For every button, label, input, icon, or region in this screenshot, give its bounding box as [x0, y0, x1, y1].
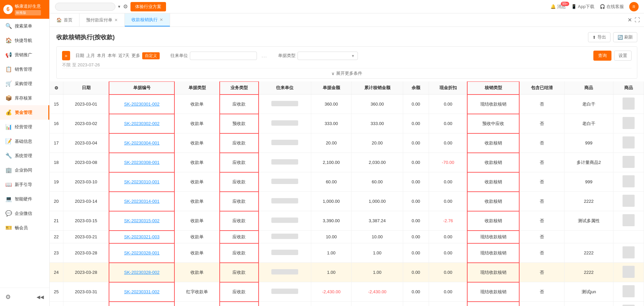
cell-discount: 0.00: [429, 302, 467, 306]
col-settings[interactable]: ⚙: [50, 81, 63, 95]
date-custom-button[interactable]: 自定义: [142, 52, 160, 59]
refresh-button[interactable]: 🔄 刷新: [613, 32, 637, 42]
cell-verified: 60.00: [352, 172, 403, 192]
cell-date: 2023-03-28: [63, 263, 109, 282]
sidebar-item-inventory[interactable]: 📦 库存核算: [0, 91, 49, 105]
sidebar-item-corp[interactable]: 🏢 企业协同: [0, 163, 49, 177]
doc-link[interactable]: SK-20230310-001: [124, 179, 160, 184]
topbar-right: 🔔 99+ 消息 📱 App下载 🎧 在线客服 R: [550, 2, 639, 11]
cell-biztype: 预收款: [220, 302, 258, 306]
cell-partner: [259, 231, 311, 243]
sidebar-item-finance[interactable]: 💰 资金管理: [0, 105, 49, 120]
sidebar-item-purchase[interactable]: 🛒 采购管理: [0, 76, 49, 91]
cell-verifytype: 预收中应收: [467, 114, 519, 133]
tab-home-label: 首页: [64, 17, 72, 23]
dropdown-icon[interactable]: ▾: [118, 4, 120, 9]
cell-goods1: 测试多属性: [564, 211, 613, 231]
tab-prepay[interactable]: 预付款应付单 ✕: [79, 13, 125, 26]
cell-goods2: [613, 302, 644, 306]
message-button[interactable]: 🔔 99+ 消息: [550, 4, 566, 10]
sidebar-item-label: 库存核算: [15, 95, 32, 101]
col-goods2: 商品: [613, 81, 644, 95]
sidebar-item-system[interactable]: 🔧 系统管理: [0, 148, 49, 163]
cell-date: 2023-03-08: [63, 153, 109, 172]
cell-goods2: [613, 114, 644, 133]
doc-link[interactable]: SK-20230331-002: [124, 289, 160, 294]
cell-doctype: 收款单: [174, 95, 220, 114]
col-date: 日期: [63, 81, 109, 95]
phone-icon: 📱: [571, 4, 577, 9]
sidebar-item-marketing[interactable]: 📢 营销推广: [0, 48, 49, 62]
sidebar-item-member[interactable]: 🎫 畅会员: [0, 221, 49, 235]
cell-discount: 0.00: [429, 133, 467, 153]
sidebar-item-hardware[interactable]: 💻 智能硬件: [0, 192, 49, 206]
sidebar-item-quick[interactable]: 🏠 快捷导航: [0, 33, 49, 48]
cell-verifytype: 收款核销: [467, 153, 519, 172]
tab-close-all-icon[interactable]: ✕: [628, 17, 632, 23]
tab-verification-close-icon[interactable]: ✕: [160, 17, 163, 22]
sidebar-item-wechat[interactable]: 💬 企业微信: [0, 206, 49, 221]
col-discount: 现金折扣: [429, 81, 467, 95]
cell-no: 21: [50, 211, 63, 231]
cell-goods1: 999: [564, 133, 613, 153]
date-this-month[interactable]: 本月: [97, 53, 106, 59]
sidebar-item-search[interactable]: 🔍 搜索菜单: [0, 19, 49, 33]
date-this-year[interactable]: 本年: [108, 53, 116, 59]
cell-doctype: 收款单: [174, 302, 220, 306]
doc-link[interactable]: SK-20230304-001: [124, 140, 160, 145]
collapse-icon[interactable]: ◀◀: [37, 294, 44, 300]
cell-goods1: 123D商品: [564, 302, 613, 306]
date-7days[interactable]: 近7天: [118, 53, 129, 59]
online-service-button[interactable]: 🎧 在线客服: [600, 4, 624, 10]
cell-verifytype: 现结收款核销: [467, 282, 519, 302]
doc-link[interactable]: SK-20230321-003: [124, 234, 160, 239]
cell-discount: -2.76: [429, 211, 467, 231]
page-title: 收款核销执行(按收款): [56, 33, 115, 41]
doc-link[interactable]: SK-20230314-001: [124, 199, 160, 204]
date-more[interactable]: 更多: [131, 53, 140, 59]
sidebar-item-business[interactable]: 📊 经营管理: [0, 120, 49, 134]
tab-verification[interactable]: 收款核销执行 ✕: [125, 13, 170, 26]
cell-amount: 3,390.00: [311, 211, 352, 231]
tab-maximize-icon[interactable]: ⛶: [635, 17, 640, 23]
cell-docno: SK-20230314-001: [109, 192, 174, 211]
cell-included: 否: [519, 172, 565, 192]
solution-button[interactable]: 体验行业方案: [130, 2, 166, 11]
doc-link[interactable]: SK-20230328-001: [124, 250, 160, 255]
settings-bottom-icon[interactable]: ⚙: [5, 293, 11, 301]
doc-link[interactable]: SK-20230301-002: [124, 102, 160, 107]
user-avatar[interactable]: R: [629, 2, 639, 11]
partner-input[interactable]: [190, 52, 257, 60]
tab-prepay-label: 预付款应付单: [86, 17, 112, 23]
doctype-select[interactable]: ▾: [298, 52, 358, 60]
tab-prepay-close-icon[interactable]: ✕: [114, 18, 118, 22]
doc-link[interactable]: SK-20230302-002: [124, 121, 160, 126]
date-last-month[interactable]: 上月: [86, 53, 95, 59]
app-download-button[interactable]: 📱 App下载: [571, 4, 594, 10]
cell-date: 2023-03-21: [63, 231, 109, 243]
doc-link[interactable]: SK-20230315-002: [124, 218, 160, 223]
search-input[interactable]: [55, 3, 115, 11]
sidebar-item-sales[interactable]: 📋 销售管理: [0, 62, 49, 76]
filter-settings-button[interactable]: 设置: [614, 51, 632, 61]
query-button[interactable]: 查询: [593, 51, 611, 61]
export-button[interactable]: ⬆ 导出: [588, 32, 610, 42]
sidebar-item-guide[interactable]: 📖 新手引导: [0, 177, 49, 192]
date-range-display: 不限 至 2023-07-26: [62, 62, 632, 68]
doc-link[interactable]: SK-20230328-002: [124, 270, 160, 275]
cell-date: 2023-04-03: [63, 302, 109, 306]
filter-toggle-button[interactable]: »: [62, 51, 70, 60]
cell-no: 19: [50, 172, 63, 192]
tab-home[interactable]: 🏠 首页: [50, 13, 79, 26]
cell-goods1: 2222: [564, 243, 613, 263]
cell-biztype: 应收款: [220, 133, 258, 153]
topbar-gear-icon[interactable]: ⚙: [123, 3, 128, 10]
cell-docno: SK-20230328-001: [109, 243, 174, 263]
expand-more-button[interactable]: ∨ 展开更多条件: [62, 68, 632, 78]
doc-link[interactable]: SK-20230308-001: [124, 160, 160, 165]
cell-verifytype: 现结收款核销: [467, 95, 519, 114]
sidebar-item-label: 销售管理: [15, 66, 32, 72]
cell-biztype: 预收款: [220, 114, 258, 133]
sidebar-item-basic[interactable]: 📝 基础信息: [0, 134, 49, 148]
cell-amount: 2,100.00: [311, 153, 352, 172]
